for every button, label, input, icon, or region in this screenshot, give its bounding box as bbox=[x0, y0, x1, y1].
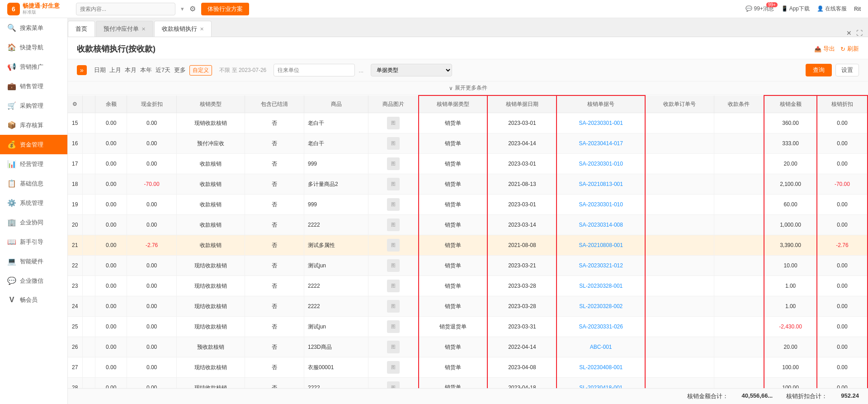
query-button[interactable]: 查询 bbox=[806, 64, 832, 76]
goods-img-cell: 图 bbox=[368, 357, 419, 378]
bill-report-no-link[interactable]: SA-20230301-010 bbox=[579, 201, 623, 208]
bill-report-date-cell: 2021-08-08 bbox=[487, 235, 557, 256]
sidebar-item-vip[interactable]: V 畅会员 bbox=[0, 290, 67, 309]
sidebar-item-base-info[interactable]: 📋 基础信息 bbox=[0, 174, 67, 193]
sidebar-item-smart-hw[interactable]: 💻 智能硬件 bbox=[0, 252, 67, 271]
bill-report-no-link[interactable]: SA-20230301-001 bbox=[579, 120, 623, 126]
date-opt-last-month[interactable]: 上月 bbox=[109, 66, 121, 74]
dropdown-arrow-icon[interactable]: ▾ bbox=[181, 5, 184, 12]
bill-report-no-cell[interactable]: SA-20230301-010 bbox=[557, 154, 645, 174]
bill-report-date-cell: 2023-03-28 bbox=[487, 276, 557, 296]
bill-report-no-link[interactable]: SL-20230418-001 bbox=[579, 385, 623, 388]
date-opt-7days[interactable]: 近7天 bbox=[156, 66, 170, 74]
filter-bar: » 日期 上月 本月 本年 近7天 更多 自定义 不限 至 2023-07-26… bbox=[68, 59, 868, 81]
cash-discount-cell: 0.00 bbox=[127, 296, 176, 317]
bill-report-no-cell[interactable]: SA-20230301-010 bbox=[557, 195, 645, 215]
writeoff-discount-cell: 0.00 bbox=[817, 154, 868, 174]
bill-report-no-cell[interactable]: SA-20210808-001 bbox=[557, 235, 645, 256]
bill-report-no-link[interactable]: ABC-001 bbox=[590, 344, 612, 350]
bill-report-no-link[interactable]: SA-20230301-010 bbox=[579, 161, 623, 167]
date-opt-this-year[interactable]: 本年 bbox=[140, 66, 152, 74]
sidebar-item-operations[interactable]: 📊 经营管理 bbox=[0, 154, 67, 174]
row-num-cell: 17 bbox=[68, 154, 82, 174]
sidebar-item-sys-admin[interactable]: ⚙️ 系统管理 bbox=[0, 193, 67, 213]
bill-report-date-cell: 2023-03-31 bbox=[487, 317, 557, 337]
bill-report-no-cell[interactable]: SA-20230314-008 bbox=[557, 215, 645, 235]
tab-collection-close-icon[interactable]: ✕ bbox=[200, 26, 204, 32]
tab-bar: 首页 预付冲应付单 ✕ 收款核销执行 ✕ ✕ ⛶ bbox=[68, 18, 868, 37]
window-maximize-icon[interactable]: ⛶ bbox=[856, 29, 863, 37]
include-settled-cell: 否 bbox=[245, 337, 304, 357]
table-row: 24 0.00 0.00 现结收款核销 否 2222 图 销货单 2023-03… bbox=[68, 296, 868, 317]
bill-report-no-link[interactable]: SA-20230314-008 bbox=[579, 222, 623, 228]
sidebar-item-inventory[interactable]: 📦 库存核算 bbox=[0, 115, 67, 135]
sidebar-item-marketing[interactable]: 📢 营销推广 bbox=[0, 57, 67, 76]
bill-report-no-cell[interactable]: SL-20230408-001 bbox=[557, 357, 645, 378]
bill-type-filter-group: 单据类型 bbox=[371, 64, 452, 76]
online-service-button[interactable]: 👤 在线客服 bbox=[817, 5, 847, 13]
message-button[interactable]: 💬 99+消息 99+ bbox=[745, 5, 774, 13]
bill-report-no-link[interactable]: SL-20230328-001 bbox=[579, 283, 623, 289]
tab-prepay[interactable]: 预付冲应付单 ✕ bbox=[96, 21, 153, 37]
window-close-icon[interactable]: ✕ bbox=[846, 29, 852, 37]
column-settings-icon[interactable]: ⚙ bbox=[72, 101, 77, 107]
sidebar-item-search-menu[interactable]: 🔍 搜索菜单 bbox=[0, 18, 67, 38]
sidebar-item-guide[interactable]: 📖 新手引导 bbox=[0, 232, 67, 252]
message-count: 99+ bbox=[754, 5, 763, 12]
writeoff-discount-cell: 0.00 bbox=[817, 317, 868, 337]
trial-button[interactable]: 体验行业方案 bbox=[201, 3, 249, 15]
bill-report-no-cell[interactable]: SL-20230418-001 bbox=[557, 378, 645, 389]
sidebar-item-quick-nav[interactable]: 🏠 快捷导航 bbox=[0, 38, 67, 57]
date-opt-custom[interactable]: 自定义 bbox=[189, 65, 212, 76]
bill-report-no-cell[interactable]: SL-20230328-001 bbox=[557, 276, 645, 296]
partner-input[interactable] bbox=[274, 64, 355, 76]
sidebar-item-finance[interactable]: 💰 资金管理 bbox=[0, 135, 67, 154]
th-settings[interactable]: ⚙ bbox=[68, 95, 82, 113]
bill-report-no-cell[interactable]: ABC-001 bbox=[557, 337, 645, 357]
refresh-button[interactable]: ↻ 刷新 bbox=[840, 45, 859, 53]
expand-more-button[interactable]: ∨ 展开更多条件 bbox=[449, 84, 487, 92]
bill-report-no-link[interactable]: SA-20210808-001 bbox=[579, 242, 623, 248]
bill-report-no-link[interactable]: SL-20230408-001 bbox=[579, 364, 623, 371]
table-container[interactable]: ⚙ 余额 现金折扣 核销类型 包含已结清 商品 商品图片 核销单据类型 核销单据… bbox=[68, 95, 868, 388]
cash-discount-cell: 0.00 bbox=[127, 337, 176, 357]
cash-discount-cell: 0.00 bbox=[127, 154, 176, 174]
app-download-button[interactable]: 📱 App下载 bbox=[781, 5, 810, 13]
date-opt-more[interactable]: 更多 bbox=[174, 66, 186, 74]
bill-report-no-cell[interactable]: SL-20230328-002 bbox=[557, 296, 645, 317]
bill-report-no-cell[interactable]: SA-20210813-001 bbox=[557, 174, 645, 195]
sidebar-item-sales[interactable]: 💼 销售管理 bbox=[0, 76, 67, 96]
user-name[interactable]: Rit bbox=[854, 6, 861, 12]
partner-dots[interactable]: ... bbox=[359, 67, 363, 74]
bill-report-no-cell[interactable]: SA-20230331-026 bbox=[557, 317, 645, 337]
sidebar-item-wechat[interactable]: 💬 企业微信 bbox=[0, 271, 67, 290]
tab-home[interactable]: 首页 bbox=[68, 21, 95, 37]
row-num-cell: 28 bbox=[68, 378, 82, 389]
tab-collection[interactable]: 收款核销执行 ✕ bbox=[154, 21, 212, 37]
bill-report-no-cell[interactable]: SA-20230301-001 bbox=[557, 113, 645, 133]
tab-prepay-close-icon[interactable]: ✕ bbox=[142, 26, 146, 32]
table-row: 26 0.00 0.00 预收款核销 否 123D商品 图 销货单 2022-0… bbox=[68, 337, 868, 357]
filter-expand-button[interactable]: » bbox=[77, 65, 87, 75]
bill-report-no-cell[interactable]: SA-20230414-017 bbox=[557, 133, 645, 154]
bill-report-no-link[interactable]: SA-20230321-012 bbox=[579, 262, 623, 269]
settings-button[interactable]: 设置 bbox=[835, 64, 859, 76]
bill-type-select[interactable]: 单据类型 bbox=[371, 64, 452, 76]
gear-icon[interactable]: ⚙ bbox=[189, 5, 196, 13]
search-input[interactable] bbox=[76, 3, 175, 15]
sidebar-item-purchase[interactable]: 🛒 采购管理 bbox=[0, 96, 67, 115]
bill-report-no-link[interactable]: SA-20230331-026 bbox=[579, 323, 623, 330]
writeoff-discount-cell: 0.00 bbox=[817, 357, 868, 378]
collection-order-no-cell bbox=[645, 154, 714, 174]
bill-report-no-link[interactable]: SA-20230414-017 bbox=[579, 140, 623, 147]
bill-report-no-link[interactable]: SL-20230328-002 bbox=[579, 303, 623, 309]
goods-cell: 衣服00001 bbox=[304, 357, 368, 378]
bill-report-no-cell[interactable]: SA-20230321-012 bbox=[557, 256, 645, 276]
collection-condition-cell bbox=[714, 154, 764, 174]
sidebar-item-enterprise[interactable]: 🏢 企业协同 bbox=[0, 213, 67, 232]
writeoff-amount-cell: 333.00 bbox=[764, 133, 817, 154]
bill-report-no-link[interactable]: SA-20210813-001 bbox=[579, 181, 623, 187]
export-button[interactable]: 📤 导出 bbox=[814, 45, 835, 53]
date-opt-this-month[interactable]: 本月 bbox=[125, 66, 137, 74]
balance-cell: 0.00 bbox=[95, 357, 127, 378]
